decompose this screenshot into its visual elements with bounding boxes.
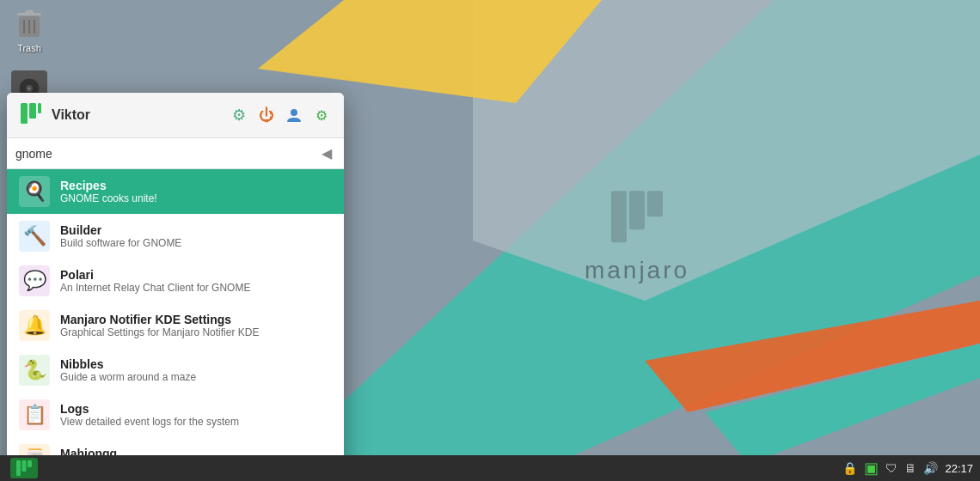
search-clear-button[interactable]: ◀ bbox=[318, 143, 335, 163]
app-item-manjaro-notifier[interactable]: 🔔Manjaro Notifier KDE SettingsGraphical … bbox=[7, 303, 344, 348]
app-item-builder[interactable]: 🔨BuilderBuild software for GNOME bbox=[7, 214, 344, 259]
launcher-settings-icon[interactable]: ⚙ bbox=[229, 105, 249, 125]
app-icon-nibbles: 🐍 bbox=[19, 355, 50, 386]
svg-rect-18 bbox=[21, 103, 28, 124]
taskbar-right: 🔒 ▣ 🛡 🖥 🔊 22:17 bbox=[842, 459, 973, 478]
launcher-title: Viktor bbox=[52, 107, 220, 123]
taskbar-shield-icon[interactable]: 🛡 bbox=[885, 461, 897, 475]
taskbar-green-icon[interactable]: ▣ bbox=[864, 459, 879, 478]
app-desc-polari: An Internet Relay Chat Client for GNOME bbox=[60, 282, 332, 294]
app-item-logs[interactable]: 📋LogsView detailed event logs for the sy… bbox=[7, 393, 344, 437]
search-bar: ◀ bbox=[7, 138, 344, 169]
app-desc-manjaro-notifier: Graphical Settings for Manjaro Notifier … bbox=[60, 326, 332, 338]
app-name-logs: Logs bbox=[60, 402, 332, 416]
app-desc-logs: View detailed event logs for the system bbox=[60, 416, 332, 428]
app-desc-nibbles: Guide a worm around a maze bbox=[60, 371, 332, 383]
taskbar-time: 22:17 bbox=[945, 462, 973, 475]
taskbar-manjaro-button[interactable] bbox=[10, 458, 38, 478]
app-icon-logs: 📋 bbox=[19, 399, 50, 430]
app-icon-manjaro-notifier: 🔔 bbox=[19, 310, 50, 341]
app-item-polari[interactable]: 💬PolariAn Internet Relay Chat Client for… bbox=[7, 259, 344, 303]
manjaro-logo: manjaro bbox=[585, 186, 689, 284]
svg-rect-6 bbox=[611, 191, 627, 242]
launcher-apps-icon[interactable]: ⚙ bbox=[311, 105, 332, 125]
app-name-recipes: Recipes bbox=[60, 179, 332, 192]
app-icon-polari: 💬 bbox=[19, 265, 50, 296]
launcher-header: Viktor ⚙ ⏻ ⚙ bbox=[7, 93, 344, 138]
app-name-manjaro-notifier: Manjaro Notifier KDE Settings bbox=[60, 313, 332, 326]
svg-rect-22 bbox=[16, 460, 21, 476]
search-input[interactable] bbox=[15, 147, 318, 161]
app-list: 🍳RecipesGNOME cooks unite!🔨BuilderBuild … bbox=[7, 169, 344, 481]
taskbar: 🔒 ▣ 🛡 🖥 🔊 22:17 bbox=[0, 455, 980, 481]
launcher: Viktor ⚙ ⏻ ⚙ ◀ 🍳RecipesGNOME cooks unite… bbox=[7, 93, 344, 481]
svg-rect-7 bbox=[629, 191, 645, 229]
taskbar-display-icon[interactable]: 🖥 bbox=[904, 461, 916, 475]
svg-rect-8 bbox=[647, 191, 663, 216]
app-name-nibbles: Nibbles bbox=[60, 357, 332, 371]
trash-label: Trash bbox=[17, 43, 41, 53]
svg-point-21 bbox=[291, 109, 297, 116]
manjaro-wordmark: manjaro bbox=[585, 257, 689, 284]
launcher-logo bbox=[19, 101, 43, 129]
app-icon-recipes: 🍳 bbox=[19, 176, 50, 207]
app-name-polari: Polari bbox=[60, 268, 332, 282]
svg-rect-23 bbox=[22, 460, 27, 472]
taskbar-apps bbox=[10, 458, 38, 478]
svg-point-17 bbox=[28, 88, 31, 90]
app-desc-builder: Build software for GNOME bbox=[60, 237, 332, 249]
app-desc-recipes: GNOME cooks unite! bbox=[60, 192, 332, 204]
trash-icon[interactable]: Trash bbox=[8, 3, 51, 57]
taskbar-lock-icon[interactable]: 🔒 bbox=[842, 461, 857, 475]
app-item-nibbles[interactable]: 🐍NibblesGuide a worm around a maze bbox=[7, 348, 344, 393]
svg-rect-19 bbox=[29, 103, 36, 119]
app-item-recipes[interactable]: 🍳RecipesGNOME cooks unite! bbox=[7, 169, 344, 214]
taskbar-volume-icon[interactable]: 🔊 bbox=[923, 461, 938, 475]
svg-rect-20 bbox=[38, 103, 41, 113]
svg-rect-10 bbox=[25, 10, 34, 14]
launcher-power-icon[interactable]: ⏻ bbox=[256, 105, 277, 125]
app-icon-builder: 🔨 bbox=[19, 221, 50, 252]
app-name-builder: Builder bbox=[60, 223, 332, 237]
svg-rect-24 bbox=[28, 460, 32, 467]
header-icons: ⚙ ⏻ ⚙ bbox=[229, 105, 332, 125]
launcher-user-icon[interactable] bbox=[284, 105, 304, 125]
